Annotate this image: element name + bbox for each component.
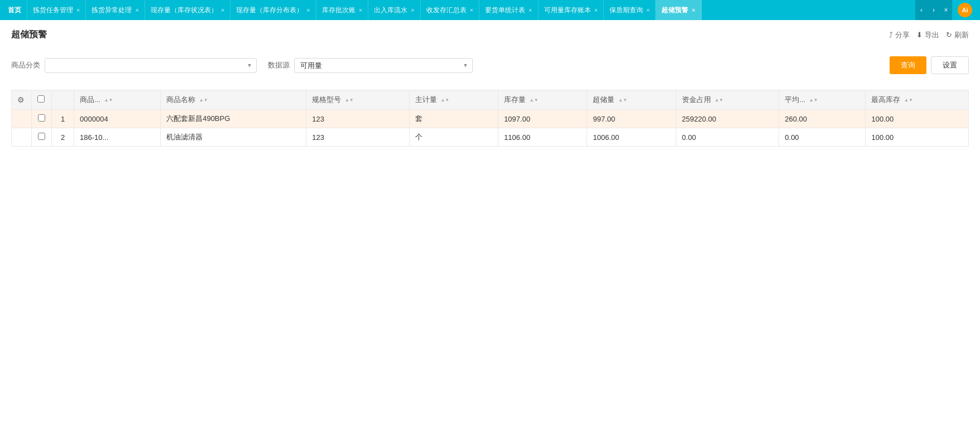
nav-label-abnormal: 拣货异常处理 <box>92 6 132 15</box>
td-spec-0: 123 <box>306 110 409 128</box>
nav-label-over-storage: 超储预警 <box>661 6 688 15</box>
nav-item-task-mgmt[interactable]: 拣货任务管理 × <box>27 0 86 20</box>
close-icon-abnormal[interactable]: × <box>135 7 138 13</box>
th-product-code[interactable]: 商品... ▲▼ <box>74 90 161 110</box>
filter-actions: 查询 设置 <box>890 56 969 74</box>
th-avg[interactable]: 平均... ▲▼ <box>779 90 866 110</box>
row-checkbox-0[interactable] <box>38 114 45 122</box>
nav-label-batch-account: 库存批次账 <box>322 6 356 15</box>
close-icon-task-mgmt[interactable]: × <box>76 7 80 13</box>
th-unit-label: 主计量 <box>415 95 437 104</box>
datasource-label: 数据源 <box>268 60 290 70</box>
nav-item-quality-check[interactable]: 保质期查询 × <box>604 0 656 20</box>
td-inventory-0: 1097.00 <box>498 110 587 128</box>
select-all-checkbox[interactable] <box>37 95 45 103</box>
th-max-inventory[interactable]: 最高库存 ▲▼ <box>866 90 969 110</box>
nav-item-home[interactable]: 首页 <box>2 0 27 20</box>
close-icon-recv-send[interactable]: × <box>470 7 473 13</box>
nav-label-available-ledger: 可用量库存账本 <box>544 6 591 15</box>
export-label: 导出 <box>925 30 939 40</box>
gear-icon[interactable]: ⚙ <box>17 95 25 104</box>
close-icon-inout-flow[interactable]: × <box>411 7 414 13</box>
nav-item-batch-account[interactable]: 库存批次账 × <box>316 0 368 20</box>
td-product-code-0: 0000004 <box>74 110 161 128</box>
td-inventory-1: 1106.00 <box>498 128 587 147</box>
close-icon-order-stat[interactable]: × <box>529 7 532 13</box>
td-product-code-1: 186-10... <box>74 128 161 147</box>
close-icon-inventory-status[interactable]: × <box>221 7 224 13</box>
td-max-inventory-0: 100.00 <box>866 110 969 128</box>
header-actions: ⤴ 分享 ⬇ 导出 ↻ 刷新 <box>889 30 969 40</box>
nav-item-over-storage[interactable]: 超储预警 × <box>656 0 701 20</box>
th-spec[interactable]: 规格型号 ▲▼ <box>306 90 409 110</box>
nav-prev-button[interactable]: ‹ <box>915 0 928 20</box>
nav-label-order-stat: 要货单统计表 <box>485 6 525 15</box>
nav-item-inventory-status[interactable]: 现存量（库存状况表） × <box>145 0 230 20</box>
query-button[interactable]: 查询 <box>890 56 926 74</box>
td-capital-1: 0.00 <box>676 128 779 147</box>
td-row-num-0: 1 <box>52 110 74 128</box>
td-avg-1: 0.00 <box>779 128 866 147</box>
row-checkbox-1[interactable] <box>38 133 45 140</box>
datasource-select-wrapper: 可用量 <box>294 58 473 73</box>
th-capital[interactable]: 资金占用 ▲▼ <box>676 90 779 110</box>
table-header: ⚙ 商品... ▲▼ 商品名称 ▲▼ 规格型号 ▲▼ <box>12 90 969 110</box>
th-product-code-label: 商品... <box>80 95 100 104</box>
nav-item-inout-flow[interactable]: 出入库流水 × <box>368 0 420 20</box>
th-gear[interactable]: ⚙ <box>12 90 32 110</box>
close-icon-batch-account[interactable]: × <box>359 7 362 13</box>
th-over-storage-label: 超储量 <box>593 95 614 104</box>
nav-next-button[interactable]: › <box>928 0 940 20</box>
nav-item-recv-send[interactable]: 收发存汇总表 × <box>421 0 479 20</box>
nav-item-inventory-dist[interactable]: 现存量（库存分布表） × <box>230 0 316 20</box>
th-over-storage[interactable]: 超储量 ▲▼ <box>587 90 676 110</box>
category-filter: 商品分类 <box>11 58 257 73</box>
th-inventory[interactable]: 库存量 ▲▼ <box>498 90 587 110</box>
td-spec-1: 123 <box>306 128 409 147</box>
td-row-num-1: 2 <box>52 128 74 147</box>
td-checkbox-1[interactable] <box>32 128 52 147</box>
sort-icon-inventory: ▲▼ <box>530 98 539 103</box>
th-row-num <box>52 90 74 110</box>
td-over-storage-1: 1006.00 <box>587 128 676 147</box>
export-button[interactable]: ⬇ 导出 <box>916 30 939 40</box>
th-checkbox[interactable] <box>32 90 52 110</box>
nav-label-inventory-status: 现存量（库存状况表） <box>151 6 218 15</box>
refresh-icon: ↻ <box>946 31 952 39</box>
td-max-inventory-1: 100.00 <box>866 128 969 147</box>
th-spec-label: 规格型号 <box>312 95 341 104</box>
nav-label-recv-send: 收发存汇总表 <box>426 6 467 15</box>
nav-item-order-stat[interactable]: 要货单统计表 × <box>479 0 538 20</box>
td-checkbox-0[interactable] <box>32 110 52 128</box>
close-icon-available-ledger[interactable]: × <box>594 7 598 13</box>
nav-label-quality-check: 保质期查询 <box>609 6 643 15</box>
close-icon-over-storage[interactable]: × <box>691 7 695 13</box>
settings-button[interactable]: 设置 <box>931 56 969 74</box>
share-button[interactable]: ⤴ 分享 <box>889 30 910 40</box>
th-avg-label: 平均... <box>785 95 805 104</box>
td-product-name-0: 六配套新昌490BPG <box>161 110 306 128</box>
th-product-name-label: 商品名称 <box>166 95 195 104</box>
th-max-inventory-label: 最高库存 <box>871 95 900 104</box>
avatar[interactable]: Ai <box>958 3 972 17</box>
sort-icon-max-inventory: ▲▼ <box>904 98 913 103</box>
sort-icon-product-code: ▲▼ <box>104 98 113 103</box>
nav-item-available-ledger[interactable]: 可用量库存账本 × <box>539 0 604 20</box>
page-content: 超储预警 ⤴ 分享 ⬇ 导出 ↻ 刷新 商品分类 <box>0 20 980 446</box>
th-unit[interactable]: 主计量 ▲▼ <box>409 90 498 110</box>
close-icon-quality-check[interactable]: × <box>646 7 650 13</box>
nav-label-inout-flow: 出入库流水 <box>374 6 407 15</box>
td-gear-0 <box>12 110 32 128</box>
th-product-name[interactable]: 商品名称 ▲▼ <box>161 90 306 110</box>
datasource-filter: 数据源 可用量 <box>268 58 473 73</box>
page-title: 超储预警 <box>11 29 47 41</box>
nav-item-abnormal[interactable]: 拣货异常处理 × <box>86 0 145 20</box>
sort-icon-avg: ▲▼ <box>809 98 818 103</box>
datasource-select[interactable]: 可用量 <box>294 58 473 73</box>
refresh-button[interactable]: ↻ 刷新 <box>946 30 969 40</box>
td-gear-1 <box>12 128 32 147</box>
nav-close-button[interactable]: × <box>940 0 952 20</box>
category-select[interactable] <box>45 58 257 73</box>
category-select-wrapper <box>45 58 257 73</box>
close-icon-inventory-dist[interactable]: × <box>306 7 310 13</box>
